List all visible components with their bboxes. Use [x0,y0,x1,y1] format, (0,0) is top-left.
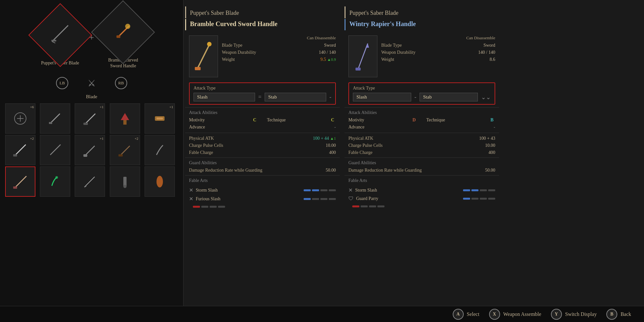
charge-dot [218,206,225,208]
svg-line-9 [50,114,60,123]
switch-display-label: Switch Display [565,311,597,317]
charge-pulse-val: 10.00 [326,143,336,148]
right-attack-sep: - [414,94,416,100]
select-button[interactable]: A [453,309,464,320]
right-technique-grade: B [489,118,495,123]
grid-item[interactable]: +2 [110,135,140,165]
right-can-disassemble: Can Disassemble [381,35,495,42]
select-label: Select [467,311,479,317]
switch-display-action[interactable]: Y Switch Display [551,309,597,320]
grid-item[interactable] [110,166,140,197]
physical-atk-val: 100 + 44 ▲1 [313,136,336,141]
physical-atk-row: Physical ATK 100 + 44 ▲1 [185,135,340,142]
dot [463,189,470,191]
badge: +6 [30,105,34,109]
dot [320,189,327,191]
durability-label: Weapon Durability [222,50,256,55]
right-fable-arts-section: ✕ Storm Slash 🛡 Guard Parry [345,185,499,210]
middle-top-label: Puppet's Saber Blade [185,6,340,18]
grid-item[interactable] [110,103,140,134]
svg-rect-25 [13,186,17,189]
motivity-grade: C [251,118,258,123]
physical-atk-diff: ▲1 [330,136,336,141]
back-action[interactable]: B Back [606,309,631,320]
right-charge-dot [352,205,359,207]
right-motivity-label: Motivity [348,118,408,123]
rb-button[interactable]: RB [115,77,127,89]
weapon-slot-handle: Bramble Curved Sword Handle [100,10,146,69]
right-charge-pulse-row: Charge Pulse Cells 10.00 [345,142,499,149]
right-durability-row: Weapon Durability 140 / 140 [381,49,495,56]
grid-item[interactable] [145,135,175,165]
weight-label: Weight [222,57,235,62]
fable-charge-row: Fable Charge 400 [185,149,340,156]
svg-line-0 [52,25,68,42]
handle-icon [112,19,134,45]
blade-icon [49,22,71,48]
right-technique-label: Technique [420,118,486,123]
right-attack-type-box: Attack Type Slash - Stab ⌄⌄ [348,82,495,105]
right-attack-abilities-label: Attack Abilities [345,107,499,117]
right-damage-reduction-row: Damage Reduction Rate while Guarding 50.… [345,167,499,174]
grid-item[interactable]: +1 [145,103,175,134]
dot [463,198,470,200]
weapon-assemble-button[interactable]: X [489,309,500,320]
blade-type-row: Blade Type Sword [222,42,336,49]
right-charge-pulse-val: 10.00 [485,143,496,148]
grid-item-selected[interactable] [5,166,35,197]
fable-arts-label: Fable Arts [185,175,340,185]
motivity-label: Motivity [189,118,249,123]
svg-point-26 [55,176,58,179]
damage-reduction-row: Damage Reduction Rate while Guarding 50.… [185,167,340,174]
svg-point-5 [125,24,130,29]
grid-item[interactable]: +1 [75,103,105,134]
weapon-assemble-action[interactable]: X Weapon Assemble [489,309,541,320]
attack-end: - [329,94,331,100]
lb-button[interactable]: LB [56,77,68,89]
fable-charge-label: Fable Charge [189,150,213,155]
svg-line-22 [120,146,130,156]
fable-art-1-name: Storm Slash [196,188,301,193]
svg-rect-36 [355,68,361,71]
svg-rect-18 [13,154,17,156]
advance-label: Advance [189,125,332,130]
select-action[interactable]: A Select [453,309,479,320]
left-panel: Puppet's Saber Blade + Bramble Curved Sw… [0,0,184,322]
middle-panel: Puppet's Saber Blade Bramble Curved Swor… [185,6,340,316]
right-physical-atk-label: Physical ATK [348,136,373,141]
badge: +1 [100,137,104,140]
grid-item[interactable] [75,166,105,197]
right-fable-charge-bar [348,203,495,209]
grid-item[interactable] [145,166,175,197]
attack-type-2: Stab [265,93,326,101]
grid-item[interactable] [40,166,70,197]
right-weight-row: Weight 8.6 [381,56,495,63]
right-ability-row-advance: Advance - [345,124,499,131]
right-attack-type-label: Attack Type [353,86,491,91]
right-weapon-thumb [348,35,377,77]
grid-item[interactable] [40,103,70,134]
fable-art-2-name: Furious Slash [196,196,301,202]
grid-item[interactable]: +2 [5,135,35,165]
right-charge-dot [361,205,368,207]
attack-type-box: Attack Type Slash = Stab - [189,82,336,105]
advance-dash: - [334,125,336,130]
right-attack-type-1: Slash [353,93,411,101]
dot [320,198,327,200]
weapon-preview: Can Disassemble Blade Type Sword Weapon … [185,33,340,80]
dot [312,198,319,200]
right-sub-label: Wintry Rapier's Handle [345,19,499,30]
dot [304,189,311,191]
dot [471,198,478,200]
attack-type-row: Slash = Stab - [194,93,331,101]
grid-item[interactable] [40,135,70,165]
svg-rect-12 [83,123,88,125]
right-ability-row-motivity: Motivity D Technique B [345,117,499,124]
right-blade-type-val: Sword [483,43,495,48]
technique-grade: C [329,118,336,123]
grid-item[interactable]: +6 [5,103,35,134]
back-button[interactable]: B [606,309,617,320]
switch-display-button[interactable]: Y [551,309,562,320]
grid-item[interactable]: +1 [75,135,105,165]
right-stats-block: Can Disassemble Blade Type Sword Weapon … [381,35,495,63]
